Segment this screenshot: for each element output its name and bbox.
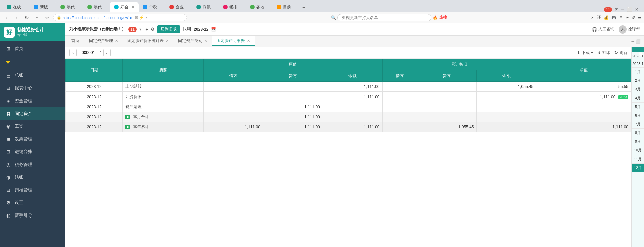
tab-fixed-asset-mgmt[interactable]: 固定资产管理 ✕ <box>84 36 123 46</box>
restore-btn[interactable]: ⊡ <box>615 7 619 12</box>
cell-orig-credit-5: 1,111.00 <box>263 122 323 132</box>
print-btn[interactable]: 🖨 打印 <box>597 50 610 56</box>
tab-depr-stats[interactable]: 固定资产折旧统计表 ✕ <box>123 36 173 46</box>
sidebar-item-fixed-asset[interactable]: ▦ 固定资产 <box>0 107 65 120</box>
sidebar-item-settlement[interactable]: ◑ 结账 <box>0 171 65 184</box>
back-button[interactable]: ‹ <box>3 14 11 22</box>
period-item-11[interactable]: 11月 <box>632 155 644 164</box>
menu-icon[interactable]: ☰ <box>638 15 641 20</box>
game-icon[interactable]: 🎮 <box>611 15 616 20</box>
tab-close-5[interactable]: ✕ <box>131 5 135 9</box>
tab-close-depr-stats[interactable]: ✕ <box>166 39 169 43</box>
minimize-btn[interactable]: ─ <box>621 7 624 12</box>
download-dropdown-icon[interactable]: ▾ <box>591 50 593 55</box>
period-year1-label: 2023.12 <box>632 54 644 58</box>
tab-close-category[interactable]: ✕ <box>204 39 207 43</box>
tab-close-detail-ledger[interactable]: ✕ <box>247 39 250 43</box>
user-profile[interactable]: 人 徐译华 <box>619 25 640 34</box>
sidebar-item-archive[interactable]: ⊟ 归档管理 <box>0 184 65 196</box>
sidebar-item-settings[interactable]: ⚙ 设置 <box>0 196 65 209</box>
period-item-2[interactable]: 2月 <box>632 76 644 85</box>
brightness-icon[interactable]: ☀ <box>625 15 629 20</box>
period-item-year2[interactable]: 2023.12 <box>632 60 644 68</box>
bookmark-button[interactable]: ☆ <box>43 14 51 22</box>
tab-minimize-icon[interactable]: ─ <box>631 39 634 44</box>
user-name: 徐译华 <box>628 26 640 32</box>
sidebar-favorites[interactable]: ★ <box>0 55 65 69</box>
period-item-6[interactable]: 6月 <box>632 111 644 120</box>
period-item-3[interactable]: 3月 <box>632 85 644 94</box>
next-page-btn[interactable]: › <box>103 49 111 56</box>
maximize-btn[interactable]: ⬜ <box>627 7 632 12</box>
browser-tab-haohui[interactable]: 好会 ✕ <box>110 2 139 12</box>
browser-tab-yidai1[interactable]: 易代 <box>56 2 83 12</box>
new-tab-button[interactable]: + <box>300 3 308 12</box>
browser-tab-getax[interactable]: 个税 <box>139 2 165 12</box>
dropdown-icon[interactable]: ▾ <box>145 15 147 20</box>
layout-icon[interactable]: ⊞ <box>619 15 623 20</box>
history-back-icon[interactable]: ↺ <box>632 15 635 20</box>
dropdown-arrow[interactable]: ▾ <box>139 27 141 32</box>
tab-category[interactable]: 固定资产类别 ✕ <box>173 36 212 46</box>
reload-button[interactable]: ↻ <box>23 14 31 22</box>
calendar-icon[interactable]: 📅 <box>211 27 216 32</box>
asset-code-input[interactable] <box>78 49 98 56</box>
sidebar-label-tax: 税务管理 <box>15 162 32 168</box>
cut-icon[interactable]: ✂ <box>591 15 594 20</box>
cell-accum-credit-2 <box>417 92 477 102</box>
browser-tab-new[interactable]: 新版 <box>30 2 56 12</box>
download-btn[interactable]: ⬇ 下载 ▾ <box>577 50 593 56</box>
address-input[interactable]: 🔒 https://cloud.chanjet.com/accounting/u… <box>53 14 187 21</box>
forward-button[interactable]: › <box>13 14 21 22</box>
translate-icon[interactable]: 译 <box>597 15 601 20</box>
period-select-header[interactable]: 期间选择 <box>632 47 644 52</box>
browser-tab-muqian[interactable]: 目前 <box>273 2 300 12</box>
search-input[interactable] <box>337 14 431 21</box>
sidebar-item-ledger[interactable]: ▤ 总账 <box>0 69 65 82</box>
period-item-1[interactable]: 1月 <box>632 68 644 76</box>
period-item-7[interactable]: 7月 <box>632 120 644 129</box>
switch-version-btn[interactable]: 切到旧版 <box>157 25 180 33</box>
sidebar-item-home[interactable]: ⊞ 首页 <box>0 42 65 55</box>
sidebar-label-ledger: 总账 <box>15 72 23 78</box>
refresh-btn[interactable]: ↻ 刷新 <box>614 50 627 56</box>
browser-tab-gedi[interactable]: 各地 <box>246 2 273 12</box>
tab-detail-ledger[interactable]: 固定资产明细账 ✕ <box>212 36 255 46</box>
browser-tab-yidai2[interactable]: 易代 <box>83 2 110 12</box>
sidebar-item-invoice[interactable]: ▣ 发票管理 <box>0 133 65 145</box>
sidebar-item-inventory[interactable]: ⊡ 进销台账 <box>0 145 65 158</box>
tab-expand-icon[interactable]: ⬜ <box>636 39 641 44</box>
home-button[interactable]: ⌂ <box>33 14 41 22</box>
add-account-btn[interactable]: + <box>145 27 148 32</box>
period-item-9[interactable]: 9月 <box>632 137 644 146</box>
cell-orig-credit-4: 1,111.00 <box>263 112 323 122</box>
close-btn[interactable]: ✕ <box>635 7 639 12</box>
refresh-label: 刷新 <box>619 50 627 56</box>
tab-close-fixed-asset-mgmt[interactable]: ✕ <box>115 39 118 43</box>
sub-toolbar: ‹ 1 › ⬇ 下载 ▾ 🖨 打印 <box>65 47 631 59</box>
tab-home[interactable]: 首页 <box>67 36 84 46</box>
period-item-year1[interactable]: 2023.12 <box>632 52 644 60</box>
browser-tab-enterprise[interactable]: 企业 <box>165 2 192 12</box>
search-area: 🔍 🔥 热搜 <box>189 14 589 21</box>
settings-gear-icon[interactable]: ⚙ <box>151 27 155 32</box>
browser-tab-online[interactable]: 在线 <box>3 2 30 12</box>
sidebar-item-fund[interactable]: ◈ 资金管理 <box>0 95 65 107</box>
sidebar-item-payroll[interactable]: ◉ 工资 <box>0 120 65 133</box>
sidebar-item-guide[interactable]: ◐ 新手引导 <box>0 209 65 222</box>
sidebar-item-report[interactable]: ⊟ 报表中心 <box>0 82 65 95</box>
wallet-icon[interactable]: 💰 <box>604 15 609 20</box>
period-item-8[interactable]: 8月 <box>632 129 644 137</box>
browser-tab-changpai[interactable]: 畅排 <box>219 2 246 12</box>
period-item-12[interactable]: 12月 <box>632 164 644 172</box>
period-item-4[interactable]: 4月 <box>632 94 644 103</box>
prev-page-btn[interactable]: ‹ <box>69 49 77 56</box>
tab-favicon-2 <box>34 5 38 9</box>
lock-icon: 🔒 <box>57 15 61 20</box>
sidebar-item-tax[interactable]: ◎ 税务管理 <box>0 158 65 171</box>
service-btn[interactable]: 🎧 人工咨询 <box>592 26 614 32</box>
browser-tab-tencent[interactable]: 腾讯 <box>192 2 219 12</box>
period-item-5[interactable]: 5月 <box>632 103 644 111</box>
tab-favicon-3 <box>60 5 65 9</box>
period-item-10[interactable]: 10月 <box>632 146 644 155</box>
